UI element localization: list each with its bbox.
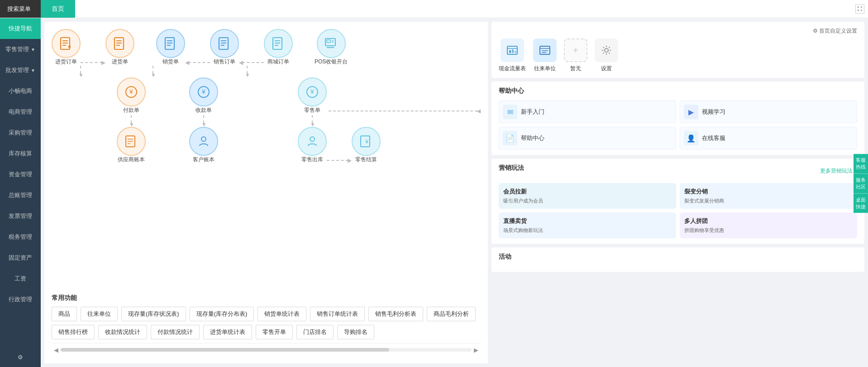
fullscreen-icon[interactable]: ⛶ — [855, 5, 864, 14]
workflow-row3: 供应商账本 客户账本 — [52, 127, 481, 164]
func-btn-sales-rank[interactable]: 销售排行榜 — [52, 325, 95, 339]
help-section: 帮助中心 ✉ 新手入门 ▶ 视频学习 📄 帮助中心 — [491, 82, 864, 155]
search-menu-button[interactable]: 搜索菜单 — [0, 0, 41, 18]
marketing-group-title: 多人拼团 — [684, 217, 853, 225]
workflow-panel: 进货订单 ▶ 进货单 — [44, 22, 488, 363]
node-supplier-account-label: 供应商账本 — [118, 156, 145, 164]
purchase-order-circle[interactable] — [52, 29, 81, 58]
sidebar-item-wholesale[interactable]: 批发管理 ▼ — [0, 60, 41, 81]
svg-rect-43 — [515, 51, 516, 53]
receipt-bill-circle[interactable]: ¥ — [189, 77, 218, 106]
func-btn-store-rank[interactable]: 门店排名 — [296, 325, 334, 339]
marketing-member-title: 会员拉新 — [503, 188, 672, 196]
quick-nav-settings-icon[interactable]: 设置 — [595, 39, 618, 72]
func-btn-receipt-stats[interactable]: 收款情况统计 — [98, 325, 147, 339]
func-btn-retail-order[interactable]: 零售开单 — [256, 325, 293, 339]
sidebar-item-label: 库存核算 — [9, 150, 32, 158]
marketing-fission-desc: 裂变式发展分销商 — [684, 198, 853, 204]
cashflow-label: 现金流量表 — [499, 65, 526, 72]
float-desktop-shortcut[interactable]: 桌面快捷 — [854, 193, 868, 213]
chevron-down-icon: ▼ — [31, 47, 35, 52]
mall-order-circle[interactable] — [264, 29, 293, 58]
sidebar-item-admin[interactable]: 行政管理 — [0, 289, 41, 310]
node-retail-outbound-label: 零售出库 — [301, 156, 323, 164]
scroll-track[interactable] — [61, 348, 472, 352]
svg-rect-44 — [540, 46, 550, 54]
marketing-item-group[interactable]: 多人拼团 拼团购物享受优惠 — [680, 212, 857, 238]
sidebar-item-funds[interactable]: 资金管理 — [0, 164, 41, 185]
func-btn-payment-stats[interactable]: 付款情况统计 — [151, 325, 200, 339]
func-btn-stock-dist[interactable]: 现存量(库存分布表) — [190, 307, 254, 321]
node-retail-outbound: 零售出库 — [298, 127, 327, 164]
sidebar-item-label: 批发管理 — [5, 66, 29, 74]
quick-nav-partners[interactable]: 往来单位 — [533, 39, 557, 72]
scroll-left-arrow[interactable]: ◀ — [52, 345, 61, 354]
sidebar-item-tax[interactable]: 税务管理 — [0, 227, 41, 247]
marketing-item-live[interactable]: 直播卖货 场景式购物新玩法 — [499, 212, 676, 238]
scroll-right-arrow[interactable]: ▶ — [472, 345, 481, 354]
purchase-bill-circle[interactable] — [105, 29, 134, 58]
retail-outbound-circle[interactable] — [298, 127, 327, 156]
sidebar-item-salary[interactable]: 工资 — [0, 268, 41, 289]
tab-home[interactable]: 首页 — [41, 0, 75, 18]
pos-cashier-circle[interactable] — [317, 29, 346, 58]
activity-title: 活动 — [499, 253, 857, 261]
func-btn-purchase-stats[interactable]: 进货单统计表 — [203, 325, 252, 339]
sales-order-circle[interactable] — [210, 29, 239, 58]
marketing-item-member[interactable]: 会员拉新 吸引用户成为会员 — [499, 183, 676, 209]
func-btn-partners[interactable]: 往来单位 — [81, 307, 118, 321]
quick-nav-cashflow[interactable]: 现金流量表 — [499, 39, 526, 72]
sidebar-item-xiaochange[interactable]: 小畅电商 — [0, 81, 41, 101]
supplier-account-circle[interactable] — [117, 127, 146, 156]
sidebar-item-assets[interactable]: 固定资产 — [0, 247, 41, 268]
sidebar-item-label: 小畅电商 — [9, 87, 32, 95]
retail-settlement-circle[interactable]: ¥ — [352, 127, 381, 156]
svg-text:¥: ¥ — [310, 88, 314, 95]
quick-nav-none[interactable]: + 暂无 — [564, 39, 587, 72]
svg-rect-21 — [327, 40, 330, 43]
common-functions: 常用功能 商品 往来单位 现存量(库存状况表) 现存量(库存分布表) 销货单统计… — [52, 294, 481, 339]
node-mall-order: 商城订单 — [264, 29, 293, 66]
float-customer-service[interactable]: 客服热线 — [854, 154, 868, 174]
help-item-helpcenter[interactable]: 📄 帮助中心 — [499, 127, 676, 150]
func-btn-stock-status[interactable]: 现存量(库存状况表) — [121, 307, 186, 321]
payment-bill-circle[interactable]: ¥ — [117, 77, 146, 106]
help-item-beginner[interactable]: ✉ 新手入门 — [499, 101, 676, 123]
node-payment-bill: ¥ 付款单 — [117, 77, 146, 114]
svg-text:¥: ¥ — [365, 138, 369, 145]
node-retail-bill: ¥ 零售单 — [298, 77, 327, 114]
sidebar-item-inventory[interactable]: 库存核算 — [0, 143, 41, 164]
func-btn-goods[interactable]: 商品 — [52, 307, 77, 321]
customer-account-circle[interactable] — [189, 127, 218, 156]
func-btn-guide-rank[interactable]: 导购排名 — [337, 325, 374, 339]
sidebar-item-invoice[interactable]: 发票管理 — [0, 206, 41, 227]
workflow-diagram: 进货订单 ▶ 进货单 — [52, 29, 481, 289]
doc-icon: 📄 — [503, 131, 517, 145]
sales-bill-circle[interactable] — [156, 29, 185, 58]
partners-icon-box — [533, 39, 557, 62]
cashflow-icon-box — [501, 39, 524, 62]
marketing-item-fission[interactable]: 裂变分销 裂变式发展分销商 — [680, 183, 857, 209]
sidebar-item-retail[interactable]: 零售管理 ▼ — [0, 39, 41, 60]
func-btn-goods-profit[interactable]: 商品毛利分析 — [427, 307, 476, 321]
float-community[interactable]: 服务社区 — [854, 174, 868, 193]
help-item-video[interactable]: ▶ 视频学习 — [680, 101, 857, 123]
help-beginner-label: 新手入门 — [521, 108, 544, 116]
marketing-more-link[interactable]: 更多营销玩法 > — [820, 167, 857, 175]
sidebar-item-ledger[interactable]: 总账管理 — [0, 185, 41, 206]
sidebar-item-ecommerce[interactable]: 电商管理 — [0, 101, 41, 122]
func-btn-sales-profit[interactable]: 销售毛利分析表 — [368, 307, 423, 321]
help-item-customer-service[interactable]: 👤 在线客服 — [680, 127, 857, 150]
func-btn-sales-order-stats[interactable]: 销售订单统计表 — [310, 307, 365, 321]
sidebar-item-label: 行政管理 — [9, 295, 32, 304]
retail-bill-circle[interactable]: ¥ — [298, 77, 327, 106]
sidebar-item-quick-nav[interactable]: 快捷导航 — [0, 18, 41, 39]
sidebar-bottom: ⚙ — [0, 348, 41, 367]
node-sales-order: 销售订单 — [210, 29, 239, 66]
customize-settings[interactable]: ⚙ 首页自定义设置 — [499, 27, 857, 35]
sidebar-gear-icon[interactable]: ⚙ — [0, 348, 41, 367]
help-customer-service-label: 在线客服 — [702, 134, 725, 142]
svg-rect-8 — [165, 38, 174, 49]
func-btn-sales-stats[interactable]: 销货单统计表 — [258, 307, 306, 321]
sidebar-item-purchase[interactable]: 采购管理 — [0, 122, 41, 143]
